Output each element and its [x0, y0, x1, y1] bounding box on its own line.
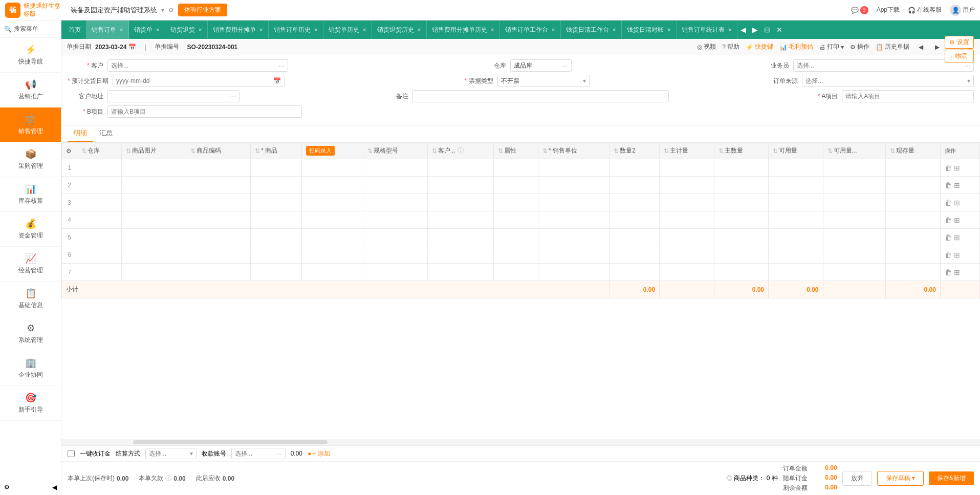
- sidebar-item-system[interactable]: ⚙ 系统管理: [0, 316, 61, 351]
- address-more-btn[interactable]: ···: [230, 92, 236, 100]
- row-7-attr[interactable]: [494, 264, 538, 281]
- tab-close-daily-reconcile[interactable]: ✕: [667, 27, 671, 33]
- payment-method-input[interactable]: [149, 450, 190, 457]
- row-7-code[interactable]: [186, 264, 250, 281]
- a-project-input[interactable]: [845, 93, 970, 100]
- print-btn[interactable]: 🖨 打印 ▾: [819, 42, 844, 51]
- row-3-copy-icon[interactable]: ⊞: [954, 199, 960, 207]
- row-3-spec[interactable]: [363, 194, 427, 211]
- shortcut-btn[interactable]: ⚡ 快捷键: [746, 42, 773, 51]
- row-5-main-qty[interactable]: [714, 229, 768, 246]
- row-4-code[interactable]: [186, 211, 250, 229]
- tab-sales-expense[interactable]: 销售费用分摊单 ✕: [208, 20, 269, 39]
- row-6-unit[interactable]: [538, 246, 609, 264]
- tab-sales-return[interactable]: 销货退货 ✕: [165, 20, 208, 39]
- row-4-customer-code[interactable]: [427, 211, 493, 229]
- customer-input[interactable]: [111, 62, 279, 69]
- save-draft-btn[interactable]: 保存草稿 ▾: [877, 471, 924, 486]
- row-5-attr[interactable]: [494, 229, 538, 246]
- row-6-qty2[interactable]: [609, 246, 660, 264]
- sidebar-item-marketing[interactable]: 📢 营销推广: [0, 73, 61, 107]
- help-btn[interactable]: ? 帮助: [722, 42, 739, 51]
- tab-sales-invoice[interactable]: 销货单 ✕: [129, 20, 165, 39]
- row-1-attr[interactable]: [494, 159, 538, 177]
- row-7-warehouse[interactable]: [77, 264, 122, 281]
- tab-close-order-workbench[interactable]: ✕: [551, 27, 555, 33]
- b-project-input[interactable]: [111, 108, 298, 115]
- salesperson-more-btn[interactable]: ···: [964, 61, 970, 70]
- row-1-code[interactable]: [186, 159, 250, 177]
- row-2-delete-icon[interactable]: 🗑: [945, 181, 952, 189]
- user-area[interactable]: 👤 用户: [950, 5, 975, 16]
- row-6-copy-icon[interactable]: ⊞: [954, 251, 960, 259]
- tab-nav-right[interactable]: ▶: [749, 26, 761, 34]
- row-6-attr[interactable]: [494, 246, 538, 264]
- settings-quick-btn[interactable]: ⚙ 设置: [945, 36, 974, 49]
- tab-summary[interactable]: 汇总: [93, 125, 119, 142]
- sidebar-item-enterprise[interactable]: 🏢 企业协同: [0, 351, 61, 386]
- sidebar-item-quicknav[interactable]: ⚡ 快捷导航: [0, 38, 61, 73]
- tab-daily-workbench[interactable]: 钱货日清工作台 ✕: [561, 20, 622, 39]
- row-1-product[interactable]: [251, 159, 302, 177]
- row-3-product[interactable]: [251, 194, 302, 211]
- row-3-delete-icon[interactable]: 🗑: [945, 199, 952, 207]
- row-7-spec[interactable]: [363, 264, 427, 281]
- row-5-customer-code[interactable]: [427, 229, 493, 246]
- tab-order-workbench[interactable]: 销售订单工作台 ✕: [500, 20, 561, 39]
- message-area[interactable]: 💬 9: [851, 6, 868, 14]
- row-6-warehouse[interactable]: [77, 246, 122, 264]
- row-2-attr[interactable]: [494, 177, 538, 194]
- row-2-code[interactable]: [186, 177, 250, 194]
- row-1-image[interactable]: [121, 159, 186, 177]
- tab-return-history[interactable]: 销货退货历史 ✕: [372, 20, 427, 39]
- row-7-customer-code[interactable]: [427, 264, 493, 281]
- logistics-quick-btn[interactable]: + 物流: [945, 50, 974, 62]
- row-5-delete-icon[interactable]: 🗑: [945, 233, 952, 242]
- tab-close-expense-history[interactable]: ✕: [490, 27, 494, 33]
- row-6-customer-code[interactable]: [427, 246, 493, 264]
- save-new-btn[interactable]: 保存&新增: [929, 471, 974, 485]
- row-5-code[interactable]: [186, 229, 250, 246]
- operation-btn[interactable]: ⚙ 操作: [850, 42, 869, 51]
- row-2-customer-code[interactable]: [427, 177, 493, 194]
- row-1-spec[interactable]: [363, 159, 427, 177]
- row-1-unit[interactable]: [538, 159, 609, 177]
- app-download[interactable]: App下载: [877, 6, 900, 14]
- row-2-copy-icon[interactable]: ⊞: [954, 181, 960, 189]
- tab-nav-expand[interactable]: ⊟: [761, 26, 773, 34]
- tab-close-sales-order-history[interactable]: ✕: [314, 27, 318, 33]
- row-3-attr[interactable]: [494, 194, 538, 211]
- tab-close-sales-stats[interactable]: ✕: [728, 27, 732, 33]
- row-4-product[interactable]: [251, 211, 302, 229]
- add-payment-btn[interactable]: ● + 添加: [308, 449, 330, 458]
- row-4-copy-icon[interactable]: ⊞: [954, 216, 960, 224]
- row-7-product[interactable]: [251, 264, 302, 281]
- row-4-delete-icon[interactable]: 🗑: [945, 216, 952, 224]
- row-7-qty2[interactable]: [609, 264, 660, 281]
- row-6-main-qty[interactable]: [714, 246, 768, 264]
- sidebar-search[interactable]: 🔍 搜索菜单: [0, 20, 61, 38]
- sidebar-collapse-btn[interactable]: ◀: [52, 484, 57, 491]
- row-2-product[interactable]: [251, 177, 302, 194]
- row-7-unit[interactable]: [538, 264, 609, 281]
- row-1-warehouse[interactable]: [77, 159, 122, 177]
- row-7-copy-icon[interactable]: ⊞: [954, 268, 960, 276]
- sidebar-settings-icon[interactable]: ⚙: [4, 484, 10, 491]
- scroll-track[interactable]: [133, 440, 328, 444]
- row-3-main-qty[interactable]: [714, 194, 768, 211]
- discard-btn[interactable]: 放弃: [842, 471, 872, 486]
- order-source-input[interactable]: [805, 77, 967, 84]
- tab-sales-order-history[interactable]: 销售订单历史 ✕: [269, 20, 323, 39]
- row-6-code[interactable]: [186, 246, 250, 264]
- row-5-spec[interactable]: [363, 229, 427, 246]
- tab-expense-history[interactable]: 销售费用分摊单历史 ✕: [427, 20, 500, 39]
- row-4-spec[interactable]: [363, 211, 427, 229]
- row-2-spec[interactable]: [363, 177, 427, 194]
- sidebar-item-sales[interactable]: 🛒 销售管理: [0, 107, 61, 142]
- row-4-qty2[interactable]: [609, 211, 660, 229]
- row-5-copy-icon[interactable]: ⊞: [954, 233, 960, 242]
- tab-close-return-history[interactable]: ✕: [417, 27, 421, 33]
- row-4-unit[interactable]: [538, 211, 609, 229]
- row-1-copy-icon[interactable]: ⊞: [954, 164, 960, 172]
- tab-close-daily-workbench[interactable]: ✕: [612, 27, 616, 33]
